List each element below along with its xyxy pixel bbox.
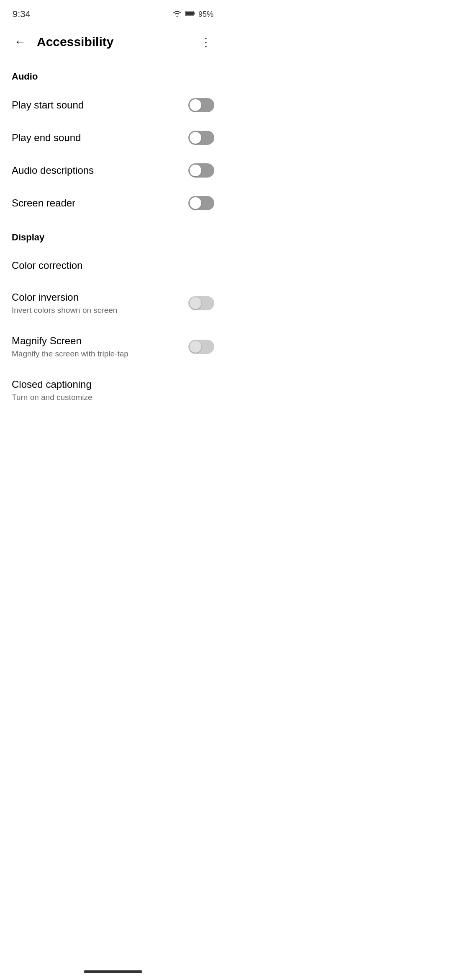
toggle-screen-reader[interactable]	[188, 196, 214, 210]
settings-item-color-correction[interactable]: Color correction	[0, 250, 226, 281]
settings-item-color-inversion[interactable]: Color inversion Invert colors shown on s…	[0, 281, 226, 325]
settings-item-closed-captioning[interactable]: Closed captioning Turn on and customize	[0, 369, 226, 412]
toggle-thumb	[190, 165, 201, 176]
page-title: Accessibility	[37, 35, 196, 49]
settings-item-play-start-sound[interactable]: Play start sound	[0, 89, 226, 121]
settings-item-play-end-sound[interactable]: Play end sound	[0, 121, 226, 154]
wifi-icon	[172, 10, 182, 19]
section-header-display: Display	[0, 219, 226, 250]
toggle-play-end-sound[interactable]	[188, 131, 214, 145]
section-header-audio: Audio	[0, 59, 226, 89]
toggle-thumb	[190, 297, 201, 309]
toggle-thumb	[190, 132, 201, 144]
more-dots-icon: ⋮	[200, 35, 212, 49]
status-icons: 95%	[172, 10, 213, 19]
item-title-color-inversion: Color inversion	[12, 291, 188, 304]
item-subtitle-closed-captioning: Turn on and customize	[12, 392, 214, 403]
toggle-color-inversion[interactable]	[188, 296, 214, 310]
item-title-color-correction: Color correction	[12, 260, 214, 271]
toggle-thumb	[190, 99, 201, 111]
toggle-thumb	[190, 341, 201, 353]
battery-percent: 95%	[198, 10, 213, 19]
status-bar: 9:34 95%	[0, 0, 226, 25]
item-subtitle-magnify-screen: Magnify the screen with triple-tap	[12, 349, 188, 359]
status-time: 9:34	[13, 9, 31, 20]
item-title-screen-reader: Screen reader	[12, 196, 188, 209]
more-options-button[interactable]: ⋮	[196, 32, 216, 52]
top-bar: ← Accessibility ⋮	[0, 25, 226, 59]
settings-item-magnify-screen[interactable]: Magnify Screen Magnify the screen with t…	[0, 325, 226, 369]
item-title-audio-descriptions: Audio descriptions	[12, 164, 188, 177]
back-arrow-icon: ←	[14, 35, 26, 49]
toggle-audio-descriptions[interactable]	[188, 163, 214, 178]
settings-item-audio-descriptions[interactable]: Audio descriptions	[0, 154, 226, 187]
toggle-magnify-screen[interactable]	[188, 340, 214, 354]
item-subtitle-color-inversion: Invert colors shown on screen	[12, 305, 188, 316]
toggle-play-start-sound[interactable]	[188, 98, 214, 112]
item-title-play-start-sound: Play start sound	[12, 98, 188, 111]
item-title-closed-captioning: Closed captioning	[12, 378, 214, 391]
item-title-magnify-screen: Magnify Screen	[12, 334, 188, 347]
settings-item-screen-reader[interactable]: Screen reader	[0, 187, 226, 219]
back-button[interactable]: ←	[10, 32, 30, 52]
battery-icon	[185, 10, 195, 19]
toggle-thumb	[190, 197, 201, 209]
svg-rect-2	[185, 12, 193, 15]
svg-rect-1	[194, 12, 195, 14]
item-title-play-end-sound: Play end sound	[12, 131, 188, 144]
